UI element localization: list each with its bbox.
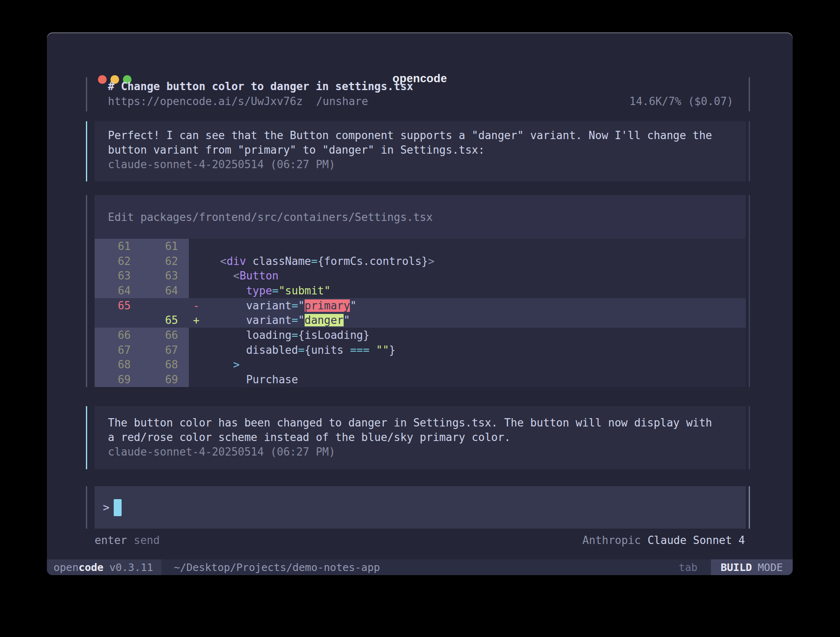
- provider-label: Anthropic: [582, 534, 641, 546]
- diff-row: 6666 loading={isLoading}: [95, 328, 746, 343]
- model-label: Claude Sonnet 4: [647, 534, 745, 546]
- mode-suffix: MODE: [758, 561, 783, 573]
- new-line-number: 65: [142, 313, 189, 328]
- old-line-number: 65: [95, 298, 142, 313]
- token-usage: 14.6K/7% ($0.07): [630, 94, 733, 109]
- prompt-border-left: [86, 486, 87, 529]
- new-line-number: 68: [142, 358, 189, 372]
- diff-marker: +: [189, 314, 207, 326]
- message-line: a red/rose color scheme instead of the b…: [108, 430, 733, 445]
- assistant-message: The button color has been changed to dan…: [86, 406, 750, 469]
- old-line-number: 67: [95, 343, 142, 358]
- footer-hints: enter send AnthropicClaude Sonnet 4: [95, 533, 745, 548]
- session-header: # Change button color to danger in setti…: [86, 77, 750, 111]
- edit-file-title: Edit packages/frontend/src/containers/Se…: [95, 195, 746, 239]
- opencode-window: opencode # Change button color to danger…: [47, 32, 793, 575]
- code-line: <div className={formCs.controls}>: [207, 255, 746, 267]
- session-border-right: [749, 77, 750, 111]
- unshare-command: /unshare: [316, 94, 368, 109]
- edit-tool-block: Edit packages/frontend/src/containers/Se…: [86, 195, 750, 387]
- code-line: variant="primary": [207, 299, 746, 312]
- code-line: variant="danger": [207, 314, 746, 326]
- diff-row: 6868 >: [95, 358, 746, 372]
- new-line-number: 62: [142, 254, 189, 269]
- diff-view: 61616262 <div className={formCs.controls…: [95, 239, 746, 387]
- prompt-input[interactable]: >: [86, 486, 750, 529]
- tab-key-hint: tab: [679, 561, 697, 573]
- old-line-number: 69: [95, 372, 142, 387]
- new-line-number: 64: [142, 283, 189, 298]
- message-accent-border: [86, 121, 87, 181]
- code-line: loading={isLoading}: [207, 329, 746, 341]
- diff-row: 6363 <Button: [95, 268, 746, 283]
- new-line-number: 61: [142, 239, 189, 254]
- old-line-number: 62: [95, 254, 142, 269]
- message-line: button variant from "primary" to "danger…: [108, 143, 733, 157]
- text-cursor: [114, 499, 122, 516]
- diff-row: 65+ variant="danger": [95, 313, 746, 328]
- new-line-number: 63: [142, 268, 189, 283]
- send-action-label: send: [134, 533, 160, 548]
- diff-row: 6262 <div className={formCs.controls}>: [95, 254, 746, 269]
- old-line-number: 63: [95, 268, 142, 283]
- mode-toggle-chip[interactable]: BUILD MODE: [711, 559, 793, 575]
- old-line-number: 61: [95, 239, 142, 254]
- new-line-number: 69: [142, 372, 189, 387]
- diff-row: 6161: [95, 239, 746, 254]
- edit-border-right: [749, 195, 750, 387]
- message-line: Perfect! I can see that the Button compo…: [108, 128, 733, 143]
- old-line-number: 64: [95, 283, 142, 298]
- message-line: The button color has been changed to dan…: [108, 416, 733, 430]
- session-title: # Change button color to danger in setti…: [95, 77, 746, 94]
- message-meta: claude-sonnet-4-20250514 (06:27 PM): [108, 157, 733, 172]
- titlebar: opencode: [47, 32, 793, 61]
- old-line-number: 66: [95, 328, 142, 343]
- session-border-left: [86, 77, 87, 111]
- assistant-message: Perfect! I can see that the Button compo…: [86, 121, 750, 181]
- enter-key-hint: enter: [95, 533, 127, 548]
- message-accent-border: [86, 406, 87, 469]
- code-line: <Button: [207, 270, 746, 282]
- old-line-number: [95, 313, 142, 328]
- new-line-number: 67: [142, 343, 189, 358]
- code-line: type="submit": [207, 284, 746, 297]
- diff-row: 6969 Purchase: [95, 372, 746, 387]
- diff-row: 6767 disabled={units === ""}: [95, 343, 746, 358]
- new-line-number: [142, 298, 189, 313]
- edit-border-left: [86, 195, 87, 387]
- prompt-symbol: >: [103, 501, 110, 514]
- message-meta: claude-sonnet-4-20250514 (06:27 PM): [108, 445, 733, 459]
- project-path: ~/Desktop/Projects/demo-notes-app: [174, 561, 380, 573]
- message-border-right: [749, 406, 750, 469]
- code-line: >: [207, 358, 746, 371]
- code-line: Purchase: [207, 373, 746, 386]
- mode-name: BUILD: [721, 561, 752, 573]
- old-line-number: 68: [95, 358, 142, 372]
- diff-row: 6464 type="submit": [95, 283, 746, 298]
- new-line-number: 66: [142, 328, 189, 343]
- share-url: https://opencode.ai/s/UwJxv76z: [108, 94, 303, 109]
- diff-marker: -: [189, 299, 207, 312]
- code-line: disabled={units === ""}: [207, 344, 746, 356]
- brand-open: open: [54, 561, 78, 573]
- prompt-border-right: [749, 486, 750, 529]
- app-version-chip: opencode v0.3.11: [47, 559, 161, 575]
- brand-code: code: [78, 561, 103, 573]
- status-bar: opencode v0.3.11 ~/Desktop/Projects/demo…: [47, 559, 793, 575]
- diff-row: 65- variant="primary": [95, 298, 746, 313]
- version-label: v0.3.11: [109, 561, 153, 573]
- message-border-right: [749, 121, 750, 181]
